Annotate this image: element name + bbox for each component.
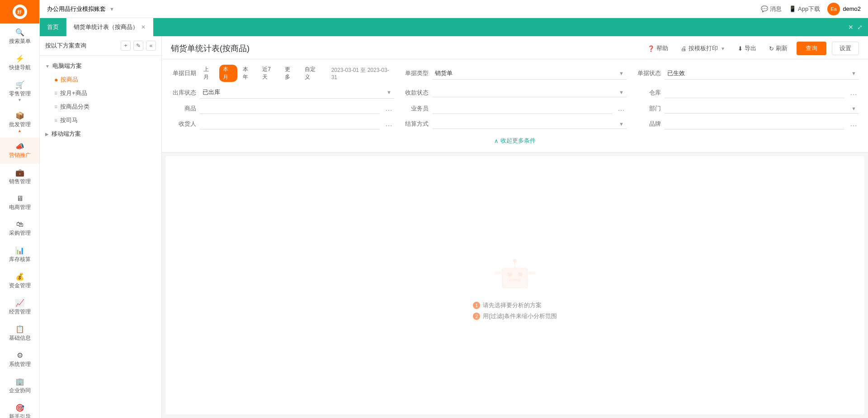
expand-arrow-icon: ▼ (45, 64, 50, 69)
tree-item-by-sima[interactable]: ≡ 按司马 (47, 114, 161, 127)
dropdown-arrow-icon[interactable]: ▼ (109, 6, 114, 12)
sidebar-item-basic[interactable]: 📋 基础信息 (0, 320, 39, 347)
product-input[interactable] (200, 103, 380, 114)
logo-area: 好 (0, 0, 39, 24)
sidebar-label-quicknav: 快捷导航 (9, 64, 31, 71)
tree-item-by-product[interactable]: ● 按商品 (47, 73, 161, 86)
payment-method-select[interactable]: ▼ (432, 119, 627, 129)
date-tab-7days[interactable]: 近7天 (259, 65, 279, 82)
tree-group-mobile-header[interactable]: ▶ 移动端方案 (40, 127, 161, 141)
print-btn[interactable]: 🖨 按模板打印 ▼ (677, 43, 729, 54)
expand-arrow-mobile-icon: ▶ (45, 132, 49, 137)
receiver-dots-icon[interactable]: … (383, 120, 394, 128)
doc-type-select[interactable]: 销货单 ▼ (432, 67, 627, 80)
out-status-select[interactable]: 已出库 ▼ (200, 86, 394, 99)
date-tab-this-year[interactable]: 本年 (239, 65, 257, 82)
edit-scheme-btn[interactable]: ✎ (133, 41, 143, 51)
doc-status-select[interactable]: 已生效 ▼ (665, 67, 859, 80)
sidebar-label-ecommerce: 电商管理 (9, 204, 31, 211)
sidebar-item-search[interactable]: 🔍 搜索菜单 (0, 24, 39, 50)
close-window-icon[interactable]: ✕ (848, 24, 854, 31)
message-btn[interactable]: 💬 消息 (761, 5, 782, 13)
logo-icon: 好 (13, 5, 27, 19)
operations-icon: 📈 (15, 299, 24, 307)
sidebar-item-inventory[interactable]: 📊 库存核算 (0, 242, 39, 268)
receiver-input[interactable] (200, 119, 380, 129)
help-btn[interactable]: ❓ 帮助 (644, 43, 672, 54)
settings-button[interactable]: 设置 (832, 42, 859, 55)
date-range-display: 2023-03-01 至 2023-03-31 (331, 66, 394, 81)
wholesale-icon: 📦 (15, 111, 24, 120)
filter-payment-method: 结算方式 ▼ (403, 119, 627, 129)
system-icon: ⚙ (17, 351, 23, 360)
payment-status-select[interactable]: ▼ (432, 88, 627, 97)
date-tab-this-month[interactable]: 本月 (219, 65, 237, 82)
basic-icon: 📋 (15, 325, 24, 333)
tab-home[interactable]: 首页 (40, 18, 66, 36)
left-panel-title: 按以下方案查询 (45, 42, 86, 50)
sidebar-item-enterprise[interactable]: 🏢 企业协同 (0, 373, 39, 399)
sidebar-item-quicknav[interactable]: ⚡ 快捷导航 (0, 50, 39, 76)
maximize-icon[interactable]: ⤢ (857, 24, 863, 31)
tree-item-by-month-product[interactable]: ≡ 按月+商品 (47, 86, 161, 100)
export-btn[interactable]: ⬇ 导出 (734, 43, 760, 54)
warehouse-dots-icon[interactable]: … (848, 89, 859, 97)
empty-tips: 1 请先选择要分析的方案 2 用[过滤]条件来缩小分析范围 (473, 301, 557, 320)
tree-item-by-category[interactable]: ≡ 按商品分类 (47, 100, 161, 114)
sidebar-label-newbie: 新手引导 (9, 413, 31, 418)
sidebar-item-wholesale[interactable]: 📦 批发管理 ▲ (0, 107, 39, 138)
collapse-arrow-icon: ∧ (494, 138, 499, 144)
tree-group-desktop-header[interactable]: ▼ 电脑端方案 (40, 59, 161, 73)
dept-arrow-icon: ▼ (851, 106, 856, 111)
refresh-btn[interactable]: ↻ 刷新 (765, 43, 791, 54)
sidebar-item-ecommerce[interactable]: 🖥 电商管理 (0, 190, 39, 216)
date-tab-more[interactable]: 更多 (281, 65, 299, 82)
filter-product: 商品 … (171, 103, 394, 114)
app-download-btn[interactable]: 📱 App下载 (789, 5, 820, 13)
brand-dots-icon[interactable]: … (848, 120, 859, 128)
warehouse-label: 仓库 (636, 89, 661, 97)
right-content: 销货单统计表(按商品) ❓ 帮助 🖨 按模板打印 ▼ ⬇ 导出 (162, 36, 868, 418)
date-tabs: 上月 本月 本年 近7天 更多 自定义 (200, 65, 324, 82)
sidebar-item-marketing[interactable]: 📣 营销推广 (0, 138, 39, 164)
staff-input[interactable] (432, 103, 612, 114)
date-tab-last-month[interactable]: 上月 (200, 65, 217, 82)
product-dots-icon[interactable]: … (383, 104, 394, 113)
top-bar-left: 办公用品行业模拟账套 ▼ (47, 5, 114, 13)
tip-text-1: 请先选择要分析的方案 (483, 301, 542, 309)
content-area: 按以下方案查询 + ✎ « ▼ 电脑端方案 ● (40, 36, 868, 418)
tab-sales-stats[interactable]: 销货单统计表（按商品） ✕ (66, 18, 153, 36)
retail-icon: 🛒 (15, 81, 24, 89)
collapse-row[interactable]: ∧ 收起更多条件 (171, 134, 859, 147)
filter-receiver: 收货人 … (171, 119, 394, 129)
brand-label: 品牌 (636, 120, 661, 128)
sidebar-item-finance[interactable]: 💰 资金管理 (0, 268, 39, 294)
add-scheme-btn[interactable]: + (121, 41, 131, 51)
user-area[interactable]: Ea demo2 (827, 3, 861, 15)
sidebar-item-operations[interactable]: 📈 经营管理 (0, 294, 39, 320)
brand-input[interactable] (665, 119, 844, 129)
top-bar-right: 💬 消息 📱 App下载 Ea demo2 (761, 3, 861, 15)
print-dropdown-icon: ▼ (721, 46, 725, 51)
warehouse-input[interactable] (665, 87, 844, 98)
filter-area: 单据日期 上月 本月 本年 近7天 更多 自定义 2023-03-01 至 20… (162, 59, 868, 152)
sidebar-label-basic: 基础信息 (9, 334, 31, 342)
staff-dots-icon[interactable]: … (616, 104, 627, 113)
dept-select[interactable]: ▼ (665, 104, 859, 114)
svg-rect-8 (528, 271, 536, 274)
empty-tip-1: 1 请先选择要分析的方案 (473, 301, 557, 309)
sidebar-item-purchase[interactable]: 🛍 采购管理 (0, 216, 39, 242)
sidebar-label-system: 系统管理 (9, 361, 31, 368)
filter-dept: 部门 ▼ (636, 104, 859, 114)
date-tab-custom[interactable]: 自定义 (301, 65, 324, 82)
sidebar-item-system[interactable]: ⚙ 系统管理 (0, 347, 39, 373)
doc-status-label: 单据状态 (636, 69, 661, 77)
sidebar-item-retail[interactable]: 🛒 零售管理 ▼ (0, 76, 39, 107)
collapse-panel-btn[interactable]: « (146, 41, 156, 51)
tip-num-2: 2 (473, 313, 480, 320)
sidebar-item-sales[interactable]: 💼 销售管理 (0, 164, 39, 190)
close-tab-icon[interactable]: ✕ (141, 24, 146, 30)
query-button[interactable]: 查询 (797, 42, 826, 55)
sidebar-item-newbie[interactable]: 🎯 新手引导 (0, 399, 39, 418)
tree-item-by-product-label: 按商品 (61, 76, 78, 84)
